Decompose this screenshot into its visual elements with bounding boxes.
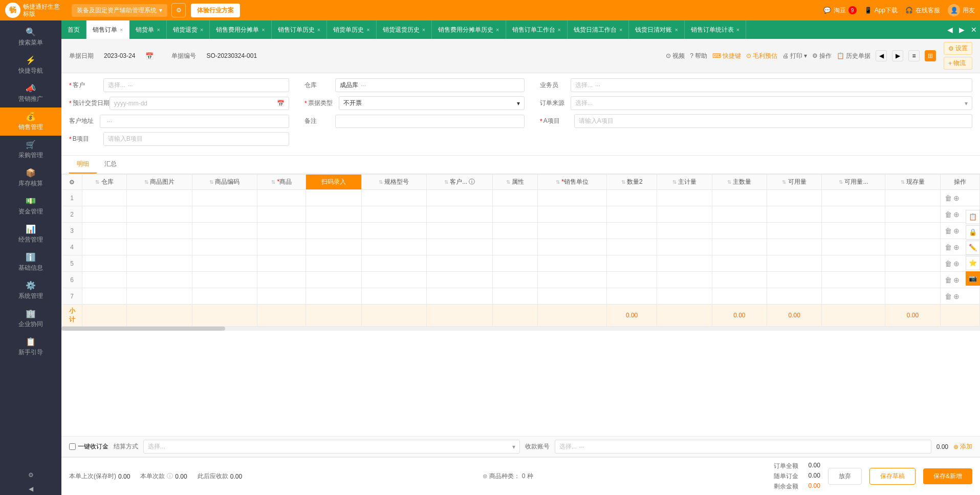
cell-stock[interactable]: [885, 206, 940, 223]
cell-unit[interactable]: [537, 288, 606, 305]
invoice-type-select[interactable]: 不开票 ▾: [339, 96, 525, 110]
cell-unit[interactable]: [537, 206, 606, 223]
user-area[interactable]: 👤 用友: [948, 4, 975, 16]
tab-daily-workbench[interactable]: 钱货日清工作台 ×: [568, 20, 629, 39]
cell-code[interactable]: [192, 190, 257, 206]
close-tab-icon[interactable]: ×: [558, 27, 561, 33]
cell-image[interactable]: [127, 190, 192, 206]
print-link[interactable]: 🖨 打印 ▾: [782, 52, 807, 60]
cell-product[interactable]: [257, 288, 306, 305]
payment-method-select[interactable]: 选择... ▾: [143, 440, 520, 454]
float-btn-5[interactable]: 📷: [966, 271, 980, 286]
cell-product[interactable]: [257, 239, 306, 255]
cell-code[interactable]: [192, 223, 257, 239]
close-tab-icon[interactable]: ×: [317, 27, 320, 33]
cell-image[interactable]: [127, 288, 192, 305]
cell-attr[interactable]: [493, 239, 537, 255]
cell-warehouse[interactable]: [82, 288, 127, 305]
delete-row-btn[interactable]: 🗑: [945, 243, 952, 251]
cell-unit[interactable]: [537, 239, 606, 255]
copy-row-btn[interactable]: ⊕: [953, 243, 960, 251]
cell-warehouse[interactable]: [82, 223, 127, 239]
cell-available2[interactable]: [822, 272, 885, 288]
cell-available[interactable]: [767, 288, 821, 305]
app-download-area[interactable]: 📱 App下载: [864, 6, 898, 15]
copy-row-btn[interactable]: ⊕: [953, 260, 960, 268]
order-source-select[interactable]: 选择... ▾: [571, 96, 972, 110]
cell-main-qty[interactable]: [712, 288, 767, 305]
cell-code[interactable]: [192, 206, 257, 223]
sidebar-item-inventory[interactable]: 📦 库存核算: [0, 164, 61, 192]
online-service-area[interactable]: 🎧 在线客服: [905, 6, 940, 15]
copy-row-btn[interactable]: ⊕: [953, 292, 960, 300]
close-tab-icon[interactable]: ×: [736, 27, 739, 33]
cell-stock[interactable]: [885, 272, 940, 288]
cell-unit[interactable]: [537, 223, 606, 239]
delete-row-btn[interactable]: 🗑: [945, 210, 952, 219]
customer-input[interactable]: 选择... ···: [103, 78, 289, 92]
tab-return-history[interactable]: 销货退货历史 ×: [377, 20, 432, 39]
salesperson-input[interactable]: 选择... ···: [571, 78, 972, 92]
cell-product[interactable]: [257, 206, 306, 223]
save-new-btn[interactable]: 保存&新增: [923, 468, 972, 484]
cell-available2[interactable]: [822, 288, 885, 305]
logistics-btn[interactable]: + 物流: [944, 57, 972, 70]
sidebar-collapse-btn[interactable]: ◀: [26, 483, 36, 495]
sidebar-item-system[interactable]: ⚙️ 系统管理: [0, 276, 61, 305]
help-link[interactable]: ? 帮助: [690, 52, 707, 60]
cell-customer-code[interactable]: [426, 255, 493, 272]
cell-available[interactable]: [767, 272, 821, 288]
cell-spec[interactable]: [361, 190, 426, 206]
cell-customer-code[interactable]: [426, 190, 493, 206]
cell-available2[interactable]: [822, 239, 885, 255]
tab-slip-history[interactable]: 销货单历史 ×: [327, 20, 376, 39]
calendar-icon[interactable]: 📅: [145, 52, 154, 60]
tab-return[interactable]: 销货退货 ×: [167, 20, 210, 39]
cell-main-qty[interactable]: [712, 272, 767, 288]
close-tab-icon[interactable]: ×: [674, 27, 678, 33]
cell-stock[interactable]: [885, 255, 940, 272]
one-click-checkbox[interactable]: 一键收订金: [69, 442, 108, 451]
grid-view-btn[interactable]: ⊞: [925, 50, 936, 61]
cell-image[interactable]: [127, 272, 192, 288]
cell-unit[interactable]: [537, 190, 606, 206]
scrollbar-thumb[interactable]: [61, 327, 225, 331]
address-input[interactable]: ···: [100, 115, 289, 128]
section-tab-detail[interactable]: 明细: [69, 156, 97, 174]
tab-next-btn[interactable]: ▶: [956, 20, 968, 39]
cell-main-qty[interactable]: [712, 255, 767, 272]
cell-attr[interactable]: [493, 255, 537, 272]
history-link[interactable]: 📋 历史单据: [837, 52, 870, 60]
cell-available[interactable]: [767, 239, 821, 255]
sidebar-item-sales[interactable]: 💰 销售管理: [0, 107, 61, 136]
sidebar-item-guide[interactable]: 📋 新手引导: [0, 333, 61, 361]
cell-available[interactable]: [767, 190, 821, 206]
horizontal-scrollbar[interactable]: [61, 327, 980, 331]
cell-available[interactable]: [767, 223, 821, 239]
cell-customer-code[interactable]: [426, 288, 493, 305]
cell-scan[interactable]: [306, 255, 361, 272]
delivery-date-input[interactable]: yyyy-mm-dd 📅: [110, 97, 289, 110]
b-project-input[interactable]: 请输入B项目: [103, 132, 289, 146]
cell-warehouse[interactable]: [82, 255, 127, 272]
cell-stock[interactable]: [885, 239, 940, 255]
close-tab-icon[interactable]: ×: [496, 27, 499, 33]
cell-main-unit[interactable]: [657, 272, 712, 288]
preview-link[interactable]: ⊙ 视频: [666, 52, 685, 60]
cell-spec[interactable]: [361, 288, 426, 305]
cell-qty2[interactable]: [606, 288, 657, 305]
copy-row-btn[interactable]: ⊕: [953, 227, 960, 235]
tab-sales-slip[interactable]: 销货单 ×: [129, 20, 166, 39]
cell-main-unit[interactable]: [657, 255, 712, 272]
cell-unit[interactable]: [537, 255, 606, 272]
cell-warehouse[interactable]: [82, 239, 127, 255]
cell-image[interactable]: [127, 223, 192, 239]
cell-image[interactable]: [127, 255, 192, 272]
tab-more-btn[interactable]: ✕: [968, 20, 980, 39]
tab-reconcile[interactable]: 钱货日清对账 ×: [629, 20, 684, 39]
tab-sales-order[interactable]: 销售订单 ×: [86, 20, 129, 39]
operation-link[interactable]: ⚙ 操作: [812, 52, 832, 60]
cell-scan[interactable]: [306, 190, 361, 206]
close-tab-icon[interactable]: ×: [366, 27, 369, 33]
close-tab-icon[interactable]: ×: [619, 27, 622, 33]
